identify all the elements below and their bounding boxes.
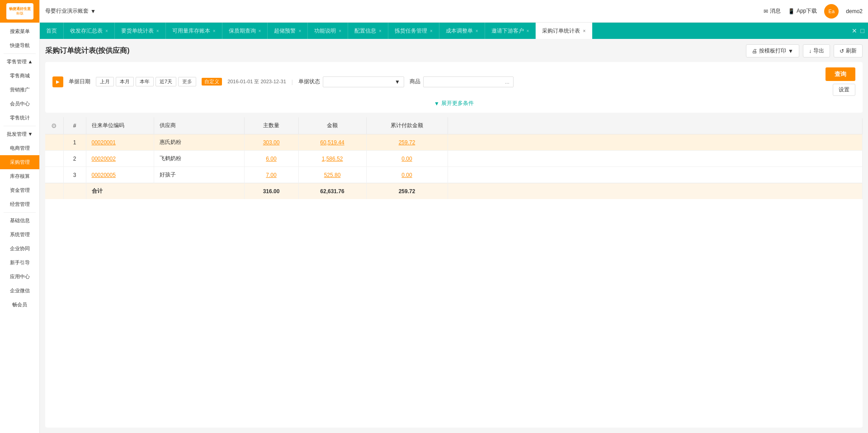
tabbar-controls: ✕ □	[848, 27, 868, 34]
date-last-month-btn[interactable]: 上月	[96, 77, 114, 86]
refresh-btn[interactable]: ↺ 刷新	[834, 44, 863, 57]
row-1-qty[interactable]: 303.00	[244, 134, 298, 151]
tab-close-all-btn[interactable]: ✕	[852, 27, 857, 34]
sidebar-item-finance[interactable]: 资金管理	[0, 183, 39, 197]
tab-config[interactable]: 配置信息×	[348, 23, 388, 39]
query-btn[interactable]: 查询	[826, 67, 855, 81]
date-this-month-btn[interactable]: 本月	[116, 77, 134, 86]
sidebar-item-basic[interactable]: 基础信息	[0, 214, 39, 228]
row-3-amount[interactable]: 525.80	[298, 167, 366, 183]
goods-input[interactable]: ...	[423, 76, 514, 87]
col-amount-header: 金额	[298, 117, 366, 134]
row-3-index: 3	[63, 167, 86, 183]
account-selector[interactable]: 母婴行业演示账套 ▼	[45, 7, 96, 15]
row-2-amount[interactable]: 1,586.52	[298, 151, 366, 167]
app-download-btn[interactable]: 📱 App下载	[788, 7, 817, 15]
tab-close-warranty[interactable]: ×	[259, 29, 261, 33]
col-index-header: #	[63, 117, 86, 134]
tab-expand-btn[interactable]: □	[861, 27, 864, 34]
table-row[interactable]: 1 00020001 惠氏奶粉 303.00 60,519.44 259.72	[45, 134, 863, 151]
expand-down-icon: ▼	[434, 100, 439, 107]
tab-usable-stock[interactable]: 可用量库存账本×	[166, 23, 222, 39]
date-7days-btn[interactable]: 近7天	[156, 77, 176, 86]
settings-btn[interactable]: 设置	[833, 84, 855, 96]
sidebar-item-system[interactable]: 系统管理	[0, 228, 39, 242]
col-code-header: 往来单位编码	[86, 117, 154, 134]
app-label: App下载	[797, 7, 817, 15]
sidebar-item-search[interactable]: 搜索菜单	[0, 24, 39, 38]
tab-config-label: 配置信息	[354, 27, 376, 35]
tab-receivable[interactable]: 收发存汇总表×	[64, 23, 115, 39]
date-custom-tag: 自定义	[202, 78, 222, 86]
message-btn[interactable]: ✉ 消息	[764, 7, 781, 15]
sidebar-item-collab[interactable]: 企业协同	[0, 242, 39, 256]
tab-close-receivable[interactable]: ×	[105, 29, 108, 33]
sidebar-item-retail-stat[interactable]: 零售统计	[0, 111, 39, 125]
row-2-code[interactable]: 00020002	[86, 151, 154, 167]
sidebar-item-retail[interactable]: 零售管理 ▲	[0, 55, 39, 69]
row-3-qty[interactable]: 7.00	[244, 167, 298, 183]
tab-home[interactable]: 首页	[40, 23, 64, 39]
tab-warranty[interactable]: 保质期查询×	[222, 23, 268, 39]
tab-pick-task[interactable]: 拣货任务管理×	[388, 23, 439, 39]
row-3-code[interactable]: 00020005	[86, 167, 154, 183]
row-1-amount[interactable]: 60,519.44	[298, 134, 366, 151]
filter-toggle-btn[interactable]: ▶	[52, 76, 63, 87]
goods-more-icon[interactable]: ...	[505, 79, 509, 85]
sidebar-item-guide[interactable]: 新手引导	[0, 256, 39, 270]
sidebar-item-inventory[interactable]: 库存核算	[0, 169, 39, 183]
gear-icon[interactable]: ⚙	[51, 122, 57, 129]
row-3-paid[interactable]: 0.00	[366, 167, 448, 183]
row-1-paid[interactable]: 259.72	[366, 134, 448, 151]
tab-close-usable-stock[interactable]: ×	[213, 29, 216, 33]
sidebar-item-app-center[interactable]: 应用中心	[0, 270, 39, 284]
tab-goods-stat[interactable]: 要货单统计表×	[115, 23, 166, 39]
sidebar-item-purchase[interactable]: 采购管理	[0, 155, 39, 169]
row-2-qty[interactable]: 6.00	[244, 151, 298, 167]
tab-close-overstock[interactable]: ×	[298, 29, 301, 33]
sidebar-item-wechat[interactable]: 企业微信	[0, 284, 39, 298]
message-icon: ✉	[764, 8, 768, 14]
tab-pick-task-label: 拣货任务管理	[395, 27, 427, 35]
tab-receivable-label: 收发存汇总表	[70, 27, 103, 35]
sidebar-item-quick-nav[interactable]: 快捷导航	[0, 38, 39, 52]
sidebar-item-wholesale[interactable]: 批发管理 ▼	[0, 127, 39, 141]
tab-cost-adj[interactable]: 成本调整单×	[439, 23, 485, 39]
sidebar-item-ops[interactable]: 经营管理	[0, 197, 39, 211]
tab-close-pick-task[interactable]: ×	[430, 29, 433, 33]
col-extra-header	[448, 117, 863, 134]
sidebar-item-marketing[interactable]: 营销推广	[0, 83, 39, 97]
table-row[interactable]: 2 00020002 飞鹤奶粉 6.00 1,586.52 0.00	[45, 151, 863, 167]
date-range-display: 2016-01-01 至 2023-12-31	[227, 78, 286, 85]
row-2-paid[interactable]: 0.00	[366, 151, 448, 167]
sidebar-item-ecommerce[interactable]: 电商管理	[0, 141, 39, 155]
divider-1	[4, 53, 36, 54]
tab-overstock[interactable]: 超储预警×	[268, 23, 308, 39]
status-select[interactable]: ▼	[323, 76, 404, 87]
sidebar-item-member[interactable]: 会员中心	[0, 97, 39, 111]
row-1-code[interactable]: 00020001	[86, 134, 154, 151]
tab-close-config[interactable]: ×	[379, 29, 382, 33]
tab-func-desc[interactable]: 功能说明×	[308, 23, 348, 39]
username[interactable]: demo2	[846, 8, 863, 14]
tab-close-func-desc[interactable]: ×	[339, 29, 341, 33]
filter-row: ▶ 单据日期 上月 本月 本年 近7天 更多 自定义 2016-01-01 至 …	[52, 67, 855, 96]
expand-more-filters[interactable]: ▼ 展开更多条件	[52, 100, 855, 107]
tab-close-purchase-stat[interactable]: ×	[583, 29, 585, 33]
date-more-btn[interactable]: 更多	[178, 77, 196, 86]
tab-close-goods-stat[interactable]: ×	[156, 29, 159, 33]
print-btn[interactable]: 🖨 按模板打印 ▼	[746, 44, 799, 57]
sidebar-item-retail-shop[interactable]: 零售商城	[0, 69, 39, 83]
user-avatar[interactable]: Ea	[824, 4, 839, 19]
date-this-year-btn[interactable]: 本年	[136, 77, 154, 86]
table-row[interactable]: 3 00020005 好孩子 7.00 525.80 0.00	[45, 167, 863, 183]
tab-close-invite[interactable]: ×	[527, 29, 529, 33]
arrow-icon: ▲	[28, 59, 33, 64]
tab-close-cost-adj[interactable]: ×	[476, 29, 478, 33]
tab-invite[interactable]: 邀请下游客户×	[485, 23, 536, 39]
print-arrow-icon: ▼	[788, 48, 793, 54]
export-btn[interactable]: ↓ 导出	[803, 44, 830, 57]
tab-overstock-label: 超储预警	[274, 27, 296, 35]
tab-purchase-stat[interactable]: 采购订单统计表×	[536, 23, 592, 39]
sidebar-item-vip[interactable]: 畅会员	[0, 298, 39, 312]
